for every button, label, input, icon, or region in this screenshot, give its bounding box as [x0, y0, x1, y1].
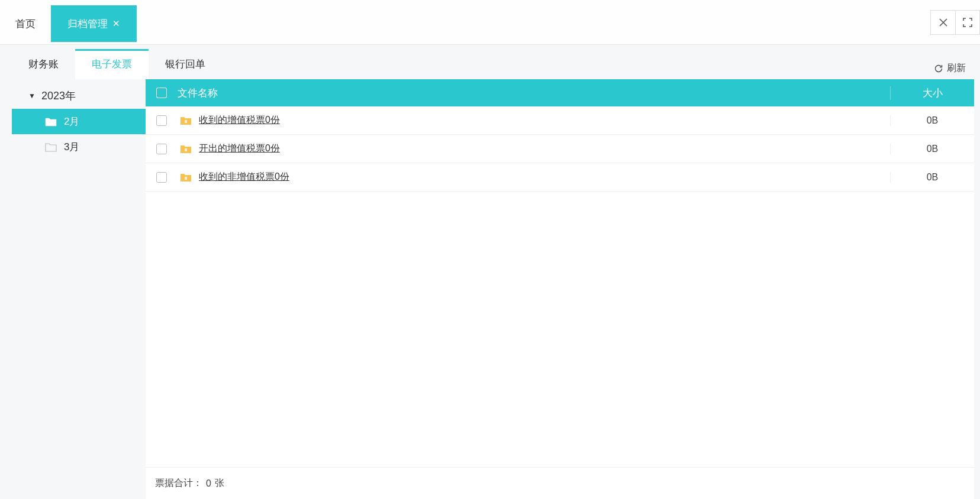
- sub-tabs: 财务账 电子发票 银行回单 刷新: [12, 45, 974, 79]
- tab-archive-label: 归档管理: [67, 17, 108, 31]
- top-actions: [930, 0, 980, 44]
- subtab-financial-label: 财务账: [28, 59, 59, 70]
- folder-icon: [45, 117, 57, 127]
- tree-month-label: 2月: [64, 115, 79, 128]
- table-body: 收到的增值税票0份 0B 开出的增值税票0份 0B: [146, 106, 974, 467]
- body-row: ▼ 2023年 2月 3月 文件名称: [12, 79, 974, 499]
- fullscreen-icon: [963, 18, 972, 27]
- select-all-checkbox[interactable]: [156, 88, 167, 98]
- header-size: 大小: [890, 86, 974, 100]
- file-name-link[interactable]: 收到的非增值税票0份: [199, 171, 289, 183]
- svg-rect-1: [185, 148, 187, 151]
- file-name-link[interactable]: 收到的增值税票0份: [199, 114, 280, 127]
- tree-month-label: 3月: [64, 140, 79, 154]
- chevron-down-icon: ▼: [28, 92, 36, 100]
- tab-home-label: 首页: [15, 17, 36, 31]
- close-icon[interactable]: ✕: [112, 18, 120, 29]
- refresh-icon: [934, 64, 943, 73]
- subtab-einvoice[interactable]: 电子发票: [75, 49, 149, 79]
- row-checkbox[interactable]: [156, 115, 167, 126]
- folder-icon: [45, 142, 57, 152]
- folder-icon: [180, 116, 192, 125]
- row-checkbox[interactable]: [156, 144, 167, 154]
- tree-year-node[interactable]: ▼ 2023年: [12, 83, 146, 109]
- table-row[interactable]: 收到的非增值税票0份 0B: [146, 163, 974, 192]
- main-panel: 财务账 电子发票 银行回单 刷新 ▼ 2023年: [0, 45, 980, 499]
- table-row[interactable]: 开出的增值税票0份 0B: [146, 135, 974, 163]
- header-name: 文件名称: [178, 86, 890, 100]
- fullscreen-button[interactable]: [955, 10, 980, 35]
- subtab-bank-label: 银行回单: [165, 59, 205, 70]
- tree-panel: ▼ 2023年 2月 3月: [12, 79, 146, 499]
- subtab-einvoice-label: 电子发票: [92, 59, 132, 70]
- svg-rect-2: [185, 177, 187, 180]
- row-checkbox[interactable]: [156, 172, 167, 183]
- footer-count: 0: [206, 478, 211, 489]
- file-size: 0B: [890, 144, 974, 154]
- table-row[interactable]: 收到的增值税票0份 0B: [146, 106, 974, 135]
- svg-rect-0: [185, 120, 187, 123]
- file-name-link[interactable]: 开出的增值税票0份: [199, 142, 280, 155]
- footer-summary: 票据合计： 0 张: [146, 467, 974, 499]
- top-tab-bar: 首页 归档管理 ✕: [0, 0, 980, 45]
- tab-home[interactable]: 首页: [0, 5, 51, 42]
- file-table: 文件名称 大小 收到的增值税票0份 0B: [146, 79, 974, 499]
- content-area: 财务账 电子发票 银行回单 刷新 ▼ 2023年: [0, 45, 980, 499]
- refresh-label: 刷新: [947, 62, 966, 74]
- footer-label: 票据合计：: [155, 477, 202, 490]
- tree-month-feb[interactable]: 2月: [12, 109, 146, 134]
- subtab-financial[interactable]: 财务账: [12, 49, 75, 79]
- tree-year-label: 2023年: [41, 89, 76, 103]
- header-checkbox-cell: [146, 88, 178, 98]
- subtab-bank[interactable]: 银行回单: [149, 49, 222, 79]
- tab-archive-mgmt[interactable]: 归档管理 ✕: [51, 5, 137, 42]
- folder-icon: [180, 144, 192, 154]
- close-panel-button[interactable]: [930, 10, 955, 35]
- tree-month-mar[interactable]: 3月: [12, 134, 146, 160]
- table-header: 文件名称 大小: [146, 79, 974, 106]
- refresh-button[interactable]: 刷新: [934, 62, 974, 79]
- close-icon: [939, 18, 948, 27]
- footer-unit: 张: [215, 477, 224, 490]
- file-size: 0B: [890, 172, 974, 183]
- file-size: 0B: [890, 115, 974, 126]
- folder-icon: [180, 173, 192, 182]
